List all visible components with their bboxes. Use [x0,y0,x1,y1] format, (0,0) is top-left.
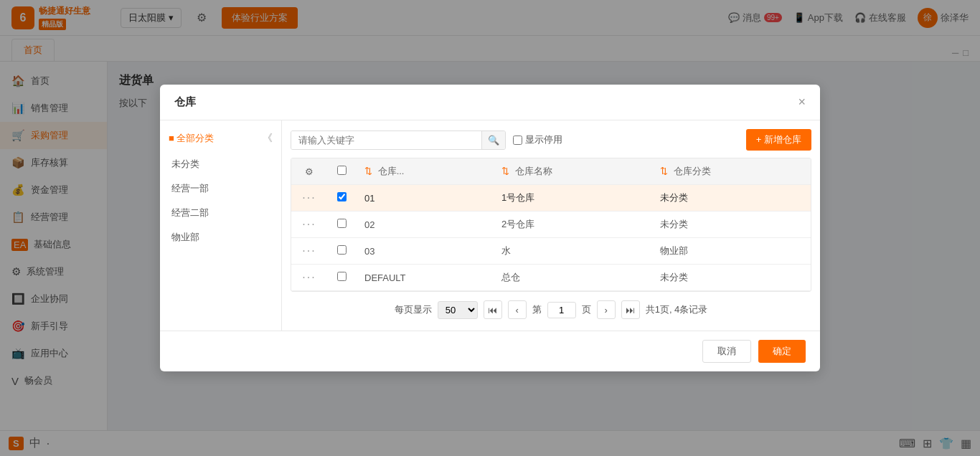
row-category: 未分类 [651,212,811,238]
category-item-unclassified[interactable]: 未分类 [160,152,281,176]
row-checkbox[interactable] [337,192,347,201]
row-code: 03 [356,238,493,265]
row-code: DEFAULT [356,265,493,291]
category-item-ops1[interactable]: 经营一部 [160,176,281,201]
select-all-checkbox[interactable] [337,166,347,175]
warehouse-table: ⚙ ⇅ 仓库... ⇅ 仓库名称 [291,158,811,291]
page-suffix: 页 [582,303,591,316]
row-checkbox-cell [327,212,356,238]
prev-page-button[interactable]: ‹ [508,300,527,319]
category-item-ops2[interactable]: 经营二部 [160,201,281,225]
category-panel: ■ 全部分类 《 未分类 经营一部 经营二部 物业部 [160,120,282,331]
modal-body: ■ 全部分类 《 未分类 经营一部 经营二部 物业部 [160,120,820,331]
sort-icon: ⇅ [364,166,372,176]
sort-icon-cat: ⇅ [660,166,668,176]
collapse-button[interactable]: 《 [263,132,273,145]
sort-icon-name: ⇅ [501,166,509,176]
table-row[interactable]: ··· 01 1号仓库 未分类 [291,185,811,212]
modal-header: 仓库 × [160,85,820,120]
confirm-button[interactable]: 确定 [758,340,806,363]
search-input[interactable] [291,131,481,149]
row-category: 未分类 [651,185,811,212]
list-toolbar: 🔍 显示停用 + 新增仓库 [291,129,811,151]
row-actions[interactable]: ··· [291,212,327,238]
more-options-icon[interactable]: ··· [302,218,316,230]
row-actions[interactable]: ··· [291,238,327,265]
show-disabled-toggle[interactable]: 显示停用 [513,133,562,146]
row-checkbox[interactable] [337,272,347,281]
warehouse-list-panel: 🔍 显示停用 + 新增仓库 ⚙ [282,120,820,331]
row-actions[interactable]: ··· [291,265,327,291]
more-options-icon[interactable]: ··· [302,244,316,257]
row-name: 1号仓库 [493,185,652,212]
row-actions[interactable]: ··· [291,185,327,212]
show-disabled-checkbox[interactable] [513,136,522,145]
table-row[interactable]: ··· 03 水 物业部 [291,238,811,265]
row-category: 未分类 [651,265,811,291]
table-row[interactable]: ··· 02 2号仓库 未分类 [291,212,811,238]
category-item-property[interactable]: 物业部 [160,225,281,250]
row-name: 总仓 [493,265,652,291]
modal-title: 仓库 [174,95,196,109]
row-code: 02 [356,212,493,238]
col-header-category: ⇅ 仓库分类 [651,158,811,185]
cancel-button[interactable]: 取消 [702,340,751,363]
row-checkbox[interactable] [337,219,347,228]
warehouse-table-wrap: ⚙ ⇅ 仓库... ⇅ 仓库名称 [291,158,811,292]
table-row[interactable]: ··· DEFAULT 总仓 未分类 [291,265,811,291]
row-category: 物业部 [651,238,811,265]
page-label: 第 [532,303,542,316]
col-header-checkbox [327,158,356,185]
row-name: 水 [493,238,652,265]
modal-footer: 取消 确定 [160,331,820,371]
search-button[interactable]: 🔍 [481,131,505,149]
add-warehouse-button[interactable]: + 新增仓库 [746,129,811,151]
more-options-icon[interactable]: ··· [302,191,316,204]
settings-col-icon: ⚙ [305,166,314,177]
row-name: 2号仓库 [493,212,652,238]
search-wrap: 🔍 [291,130,506,150]
category-header: ■ 全部分类 《 [160,128,281,152]
per-page-select[interactable]: 50 100 200 [438,301,478,319]
row-checkbox-cell [327,265,356,291]
col-header-settings: ⚙ [291,158,327,185]
row-checkbox-cell [327,185,356,212]
all-categories-label[interactable]: ■ 全部分类 [169,132,214,145]
page-number-input[interactable] [547,302,576,318]
total-info: 共1页, 4条记录 [646,303,708,316]
per-page-label: 每页显示 [395,303,432,316]
row-checkbox[interactable] [337,245,347,255]
row-checkbox-cell [327,238,356,265]
more-options-icon[interactable]: ··· [302,271,316,283]
first-page-button[interactable]: ⏮ [484,300,502,319]
row-code: 01 [356,185,493,212]
warehouse-modal: 仓库 × ■ 全部分类 《 未分类 经营一部 经营二部 [160,85,820,371]
pagination: 每页显示 50 100 200 ⏮ ‹ 第 页 › ⏭ 共1页, 4条记录 [291,292,811,322]
show-disabled-label: 显示停用 [525,133,562,146]
last-page-button[interactable]: ⏭ [621,300,640,319]
modal-close-button[interactable]: × [798,95,806,110]
next-page-button[interactable]: › [597,300,616,319]
modal-overlay: 仓库 × ■ 全部分类 《 未分类 经营一部 经营二部 [0,0,980,456]
col-header-name: ⇅ 仓库名称 [493,158,652,185]
col-header-code: ⇅ 仓库... [356,158,493,185]
